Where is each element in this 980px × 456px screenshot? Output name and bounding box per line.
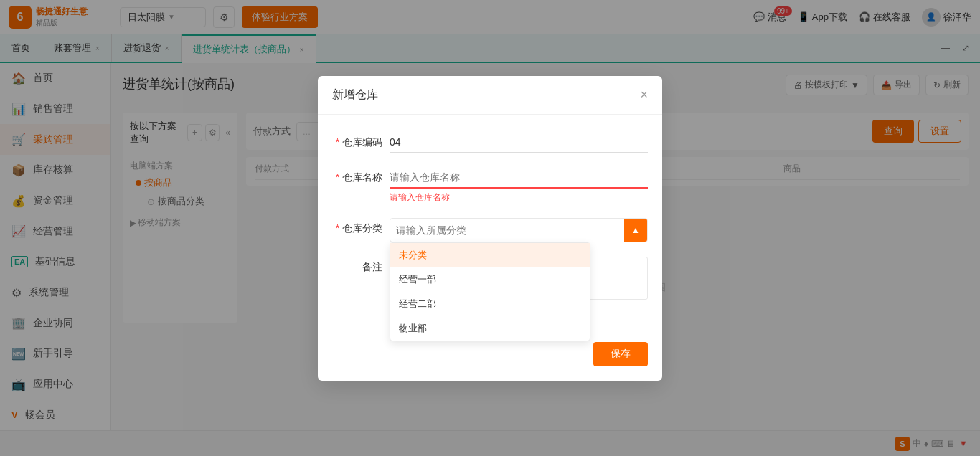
dropdown-item-dept1[interactable]: 经营一部 bbox=[390, 267, 590, 292]
modal-header: 新增仓库 × bbox=[318, 76, 662, 115]
code-input[interactable] bbox=[390, 132, 648, 153]
form-row-category: * 仓库分类 ▲ 未分类 经营一部 经营二部 物业部 bbox=[332, 218, 648, 242]
name-error-msg: 请输入仓库名称 bbox=[390, 191, 648, 204]
category-label: * 仓库分类 bbox=[332, 218, 390, 235]
form-row-code: * 仓库编码 bbox=[332, 132, 648, 153]
modal-body: * 仓库编码 * 仓库名称 请输入仓库名称 bbox=[318, 115, 662, 333]
form-row-name: * 仓库名称 请输入仓库名称 bbox=[332, 167, 648, 204]
modal-overlay[interactable]: 新增仓库 × * 仓库编码 * 仓库名称 bbox=[0, 0, 980, 456]
code-input-wrap bbox=[390, 132, 648, 153]
name-label: * 仓库名称 bbox=[332, 167, 390, 184]
code-label: * 仓库编码 bbox=[332, 132, 390, 149]
note-label: 备注 bbox=[332, 257, 390, 274]
dropdown-item-dept3[interactable]: 物业部 bbox=[390, 316, 590, 341]
modal-dialog: 新增仓库 × * 仓库编码 * 仓库名称 bbox=[318, 76, 662, 381]
required-star: * bbox=[336, 136, 339, 148]
modal-close-button[interactable]: × bbox=[640, 87, 648, 103]
required-star2: * bbox=[336, 171, 339, 183]
category-selector[interactable]: ▲ bbox=[390, 218, 648, 242]
category-input-wrap: ▲ 未分类 经营一部 经营二部 物业部 bbox=[390, 218, 648, 242]
dropdown-item-dept2[interactable]: 经营二部 bbox=[390, 292, 590, 316]
modal-title: 新增仓库 bbox=[332, 87, 378, 103]
dropdown-item-uncategorized[interactable]: 未分类 bbox=[390, 243, 590, 267]
category-toggle-icon[interactable]: ▲ bbox=[624, 219, 647, 242]
category-input[interactable] bbox=[390, 220, 624, 240]
save-button[interactable]: 保存 bbox=[593, 342, 648, 366]
required-star3: * bbox=[336, 222, 339, 234]
category-dropdown: 未分类 经营一部 经营二部 物业部 bbox=[390, 242, 590, 341]
name-input-wrap: 请输入仓库名称 bbox=[390, 167, 648, 204]
name-input[interactable] bbox=[390, 167, 648, 189]
